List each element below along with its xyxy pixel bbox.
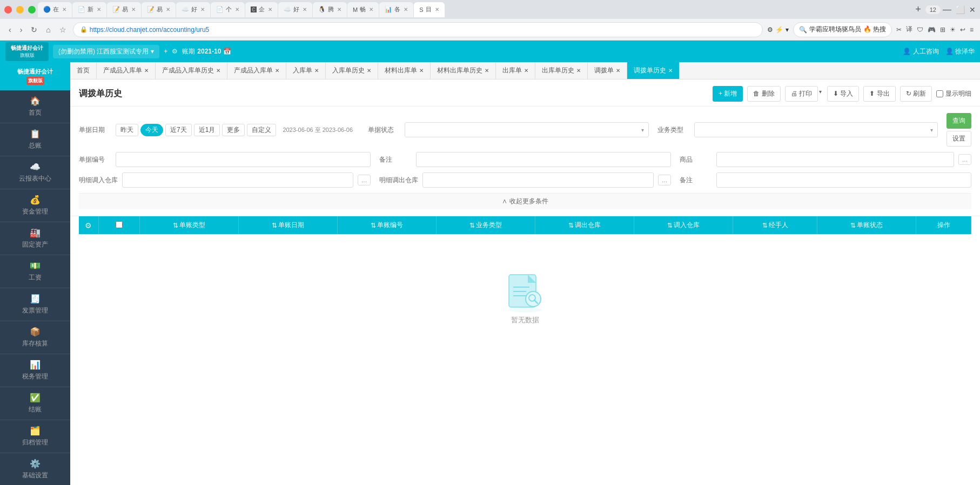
dropdown-btn[interactable]: ▾ [786,26,789,34]
status-select[interactable]: ▾ [405,122,648,137]
maximize-btn[interactable] [28,6,36,14]
window-controls[interactable] [4,6,36,14]
sidebar-item-首页[interactable]: 🏠首页 [0,90,70,123]
tab-close-btn[interactable]: ✕ [419,68,424,74]
browser-tab[interactable]: 📄个✕ [211,2,245,17]
browser-tab[interactable]: S目✕ [414,2,444,17]
page-tab-调拨单历史[interactable]: 调拨单历史✕ [627,62,680,79]
refresh-button[interactable]: ↻ 刷新 [900,86,932,102]
address-input[interactable]: 🔒 https://cloud.chanjet.com/accounting/u… [73,22,763,37]
sidebar-item-发票管理[interactable]: 🧾发票管理 [0,288,70,321]
detail-out-picker-btn[interactable]: ... [658,175,671,185]
page-tab-产成品入库单[interactable]: 产成品入库单✕ [227,62,286,79]
page-tab-产成品入库单[interactable]: 产成品入库单✕ [97,62,156,79]
new-button[interactable]: + 新增 [713,86,743,102]
date-btn-近7天[interactable]: 近7天 [165,124,192,136]
page-tab-入库单历史[interactable]: 入库单历史✕ [326,62,378,79]
doc-no-sort[interactable]: ⇅ 单账编号 [343,221,431,230]
date-btn-更多[interactable]: 更多 [222,124,245,136]
select-all-checkbox[interactable] [116,221,123,228]
restore-window[interactable]: ⬜ [956,5,965,14]
page-tab-产成品入库单历史[interactable]: 产成品入库单历史✕ [156,62,227,79]
settings-icon[interactable]: ⚙ [85,221,92,230]
out-warehouse-sort[interactable]: ⇅ 调出仓库 [541,221,628,230]
page-tab-调拨单[interactable]: 调拨单✕ [588,62,627,79]
tab-close-btn[interactable]: ✕ [144,68,149,74]
sidebar-item-基础设置[interactable]: ⚙️基础设置 [0,453,70,485]
sidebar-item-总账[interactable]: 📋总账 [0,123,70,156]
sidebar-item-资金管理[interactable]: 💰资金管理 [0,189,70,222]
home-button[interactable]: ⌂ [44,23,52,36]
th-checkbox[interactable] [98,216,140,234]
user-profile[interactable]: 👤 徐泽华 [945,47,975,56]
tab-close-btn[interactable]: ✕ [485,68,489,74]
tab-close-btn[interactable]: ✕ [576,68,581,74]
browser-tab[interactable]: 📝易✕ [142,2,176,17]
sidebar-item-税务管理[interactable]: 📊税务管理 [0,354,70,387]
doc-type-sort[interactable]: ⇅ 单账类型 [145,221,233,230]
menu-icon[interactable]: ≡ [970,26,974,34]
doc-date-sort[interactable]: ⇅ 单账日期 [244,221,332,230]
goods-input[interactable] [716,152,954,167]
page-tab-入库单[interactable]: 入库单✕ [286,62,326,79]
company-selector[interactable]: (勿删勿禁用) 江西服宝测试专用 ▾ [53,45,159,58]
in-warehouse-sort[interactable]: ⇅ 调入仓库 [640,221,727,230]
remark-input[interactable] [416,152,671,167]
detail-in-picker-btn[interactable]: ... [358,175,371,185]
export-button[interactable]: ⬆ 导出 [863,86,895,102]
print-dropdown[interactable]: 🖨 打印 ▾ [785,86,823,102]
print-dropdown-arrow[interactable]: ▾ [818,86,823,102]
detail-out-input[interactable] [422,172,654,188]
browser-tab[interactable]: 📄新✕ [72,2,106,17]
page-tab-材料出库单历史[interactable]: 材料出库单历史✕ [431,62,496,79]
query-button[interactable]: 查询 [947,113,971,129]
sidebar-item-工资[interactable]: 💵工资 [0,255,70,288]
refresh-button[interactable]: ↻ [29,23,39,36]
print-button[interactable]: 🖨 打印 [785,86,818,102]
tab-close-btn[interactable]: ✕ [524,68,528,74]
tab-close-btn[interactable]: ✕ [616,68,620,74]
business-select[interactable]: ▾ [694,122,938,137]
date-btn-昨天[interactable]: 昨天 [116,124,138,136]
browser-tab[interactable]: 🐧腾✕ [313,2,347,17]
docno-input[interactable] [116,152,371,167]
page-tab-首页[interactable]: 首页 [70,62,97,79]
forward-button[interactable]: › [18,23,25,36]
browser-tab[interactable]: 🔵在✕ [38,2,72,17]
delete-button[interactable]: 🗑 删除 [747,86,780,102]
browser-tab[interactable]: ☁️好✕ [278,2,312,17]
date-btn-近1月[interactable]: 近1月 [194,124,220,136]
display-detail-toggle[interactable]: 显示明细 [936,89,971,98]
new-tab-button[interactable]: + [913,4,923,15]
date-btn-自定义[interactable]: 自定义 [247,124,276,136]
browser-tab[interactable]: 📊各✕ [379,2,413,17]
browser-tab[interactable]: ☁️好✕ [176,2,210,17]
tab-close-btn[interactable]: ✕ [367,68,371,74]
close-btn[interactable] [4,6,12,14]
browser-tab[interactable]: 🅲企✕ [245,2,278,17]
biz-type-sort[interactable]: ⇅ 业务类型 [442,221,529,230]
note-input[interactable] [716,172,971,188]
tab-close-btn[interactable]: ✕ [275,68,279,74]
period-selector[interactable]: 账期 2021-10 📅 [182,47,231,56]
tab-close-btn[interactable]: ✕ [216,68,220,74]
minimize-window[interactable]: — [943,5,951,15]
collapse-filter-btn[interactable]: ∧ 收起更多条件 [79,193,971,209]
settings-gear[interactable]: ⚙ [172,48,178,55]
minimize-btn[interactable] [16,6,24,14]
date-btn-今天[interactable]: 今天 [140,124,163,136]
add-company-btn[interactable]: + [164,48,167,55]
tab-close-btn[interactable]: ✕ [314,68,319,74]
detail-in-input[interactable] [122,172,353,188]
display-detail-checkbox[interactable] [936,90,943,97]
page-tab-出库单历史[interactable]: 出库单历史✕ [535,62,588,79]
sidebar-item-固定资产[interactable]: 🏭固定资产 [0,222,70,255]
handler-sort[interactable]: ⇅ 经手人 [739,221,811,230]
sidebar-item-库存核算[interactable]: 📦库存核算 [0,321,70,354]
import-button[interactable]: ⬇ 导入 [827,86,859,102]
tab-count[interactable]: 12 [925,5,941,14]
tab-close-btn[interactable]: ✕ [668,68,673,74]
doc-status-sort[interactable]: ⇅ 单账状态 [823,221,910,230]
search-bar[interactable]: 🔍 学霸应聘场驱鸟员 🔥 热搜 [793,22,892,37]
customer-service-btn[interactable]: 👤 人工咨询 [903,47,938,56]
